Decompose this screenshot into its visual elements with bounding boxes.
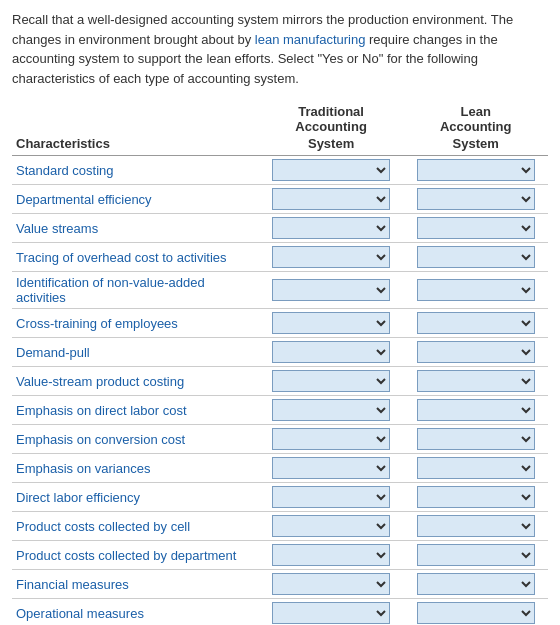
- lean-dropdown-cell-12: YesNo: [403, 512, 548, 541]
- lean-header: Lean Accounting: [403, 102, 548, 136]
- row-label-7: Value-stream product costing: [12, 367, 259, 396]
- lean-dropdown-cell-4: YesNo: [403, 272, 548, 309]
- table-body: Standard costingYesNoYesNoDepartmental e…: [12, 156, 548, 626]
- lean-system-label: System: [403, 136, 548, 156]
- traditional-dropdown-cell-4: YesNo: [259, 272, 404, 309]
- traditional-dropdown-12[interactable]: YesNo: [272, 515, 390, 537]
- lean-label-line2: Accounting: [440, 119, 512, 134]
- characteristics-table: Traditional Accounting Lean Accounting C…: [12, 102, 548, 625]
- traditional-dropdown-8[interactable]: YesNo: [272, 399, 390, 421]
- traditional-dropdown-cell-9: YesNo: [259, 425, 404, 454]
- traditional-dropdown-4[interactable]: YesNo: [272, 279, 390, 301]
- lean-label-line1: Lean: [461, 104, 491, 119]
- traditional-dropdown-10[interactable]: YesNo: [272, 457, 390, 479]
- traditional-dropdown-cell-8: YesNo: [259, 396, 404, 425]
- table-row: Value-stream product costingYesNoYesNo: [12, 367, 548, 396]
- traditional-system-label: System: [259, 136, 404, 156]
- row-label-15: Operational measures: [12, 599, 259, 626]
- table-row: Emphasis on conversion costYesNoYesNo: [12, 425, 548, 454]
- lean-dropdown-cell-10: YesNo: [403, 454, 548, 483]
- table-row: Cross-training of employeesYesNoYesNo: [12, 309, 548, 338]
- traditional-dropdown-3[interactable]: YesNo: [272, 246, 390, 268]
- traditional-dropdown-cell-3: YesNo: [259, 243, 404, 272]
- traditional-dropdown-15[interactable]: YesNo: [272, 602, 390, 624]
- traditional-dropdown-14[interactable]: YesNo: [272, 573, 390, 595]
- lean-dropdown-cell-2: YesNo: [403, 214, 548, 243]
- lean-dropdown-cell-7: YesNo: [403, 367, 548, 396]
- lean-dropdown-5[interactable]: YesNo: [417, 312, 535, 334]
- lean-dropdown-cell-5: YesNo: [403, 309, 548, 338]
- traditional-dropdown-cell-5: YesNo: [259, 309, 404, 338]
- traditional-header: Traditional Accounting: [259, 102, 404, 136]
- traditional-label-line2: Accounting: [295, 119, 367, 134]
- lean-dropdown-1[interactable]: YesNo: [417, 188, 535, 210]
- lean-dropdown-cell-13: YesNo: [403, 541, 548, 570]
- row-label-10: Emphasis on variances: [12, 454, 259, 483]
- row-label-14: Financial measures: [12, 570, 259, 599]
- lean-dropdown-10[interactable]: YesNo: [417, 457, 535, 479]
- char-header-empty: [12, 102, 259, 136]
- table-row: Emphasis on direct labor costYesNoYesNo: [12, 396, 548, 425]
- traditional-dropdown-5[interactable]: YesNo: [272, 312, 390, 334]
- lean-dropdown-cell-8: YesNo: [403, 396, 548, 425]
- char-subheader: Characteristics: [12, 136, 259, 156]
- header-row-1: Traditional Accounting Lean Accounting: [12, 102, 548, 136]
- lean-dropdown-13[interactable]: YesNo: [417, 544, 535, 566]
- lean-dropdown-14[interactable]: YesNo: [417, 573, 535, 595]
- main-table-container: Traditional Accounting Lean Accounting C…: [12, 102, 548, 625]
- lean-dropdown-9[interactable]: YesNo: [417, 428, 535, 450]
- lean-dropdown-cell-11: YesNo: [403, 483, 548, 512]
- header-row-2: Characteristics System System: [12, 136, 548, 156]
- row-label-2: Value streams: [12, 214, 259, 243]
- lean-dropdown-15[interactable]: YesNo: [417, 602, 535, 624]
- row-label-8: Emphasis on direct labor cost: [12, 396, 259, 425]
- row-label-13: Product costs collected by department: [12, 541, 259, 570]
- traditional-dropdown-cell-11: YesNo: [259, 483, 404, 512]
- traditional-dropdown-cell-2: YesNo: [259, 214, 404, 243]
- table-row: Product costs collected by departmentYes…: [12, 541, 548, 570]
- row-label-9: Emphasis on conversion cost: [12, 425, 259, 454]
- intro-paragraph: Recall that a well-designed accounting s…: [12, 10, 548, 88]
- traditional-dropdown-0[interactable]: YesNo: [272, 159, 390, 181]
- traditional-dropdown-7[interactable]: YesNo: [272, 370, 390, 392]
- row-label-4: Identification of non-value-addedactivit…: [12, 272, 259, 309]
- lean-dropdown-cell-14: YesNo: [403, 570, 548, 599]
- lean-dropdown-2[interactable]: YesNo: [417, 217, 535, 239]
- table-row: Tracing of overhead cost to activitiesYe…: [12, 243, 548, 272]
- table-row: Emphasis on variancesYesNoYesNo: [12, 454, 548, 483]
- traditional-dropdown-cell-1: YesNo: [259, 185, 404, 214]
- traditional-dropdown-cell-13: YesNo: [259, 541, 404, 570]
- lean-dropdown-cell-6: YesNo: [403, 338, 548, 367]
- traditional-dropdown-1[interactable]: YesNo: [272, 188, 390, 210]
- lean-dropdown-cell-15: YesNo: [403, 599, 548, 626]
- traditional-dropdown-cell-12: YesNo: [259, 512, 404, 541]
- traditional-dropdown-13[interactable]: YesNo: [272, 544, 390, 566]
- table-row: Demand-pullYesNoYesNo: [12, 338, 548, 367]
- traditional-dropdown-cell-7: YesNo: [259, 367, 404, 396]
- lean-dropdown-11[interactable]: YesNo: [417, 486, 535, 508]
- traditional-dropdown-9[interactable]: YesNo: [272, 428, 390, 450]
- lean-dropdown-3[interactable]: YesNo: [417, 246, 535, 268]
- table-row: Standard costingYesNoYesNo: [12, 156, 548, 185]
- traditional-dropdown-cell-14: YesNo: [259, 570, 404, 599]
- table-row: Product costs collected by cellYesNoYesN…: [12, 512, 548, 541]
- table-row: Direct labor efficiencyYesNoYesNo: [12, 483, 548, 512]
- row-label-5: Cross-training of employees: [12, 309, 259, 338]
- traditional-dropdown-cell-10: YesNo: [259, 454, 404, 483]
- traditional-dropdown-11[interactable]: YesNo: [272, 486, 390, 508]
- row-label-6: Demand-pull: [12, 338, 259, 367]
- lean-dropdown-cell-0: YesNo: [403, 156, 548, 185]
- traditional-dropdown-2[interactable]: YesNo: [272, 217, 390, 239]
- lean-dropdown-cell-1: YesNo: [403, 185, 548, 214]
- lean-dropdown-cell-3: YesNo: [403, 243, 548, 272]
- row-label-11: Direct labor efficiency: [12, 483, 259, 512]
- row-label-0: Standard costing: [12, 156, 259, 185]
- lean-dropdown-6[interactable]: YesNo: [417, 341, 535, 363]
- lean-dropdown-4[interactable]: YesNo: [417, 279, 535, 301]
- lean-dropdown-0[interactable]: YesNo: [417, 159, 535, 181]
- lean-dropdown-8[interactable]: YesNo: [417, 399, 535, 421]
- lean-dropdown-7[interactable]: YesNo: [417, 370, 535, 392]
- lean-dropdown-12[interactable]: YesNo: [417, 515, 535, 537]
- row-label-12: Product costs collected by cell: [12, 512, 259, 541]
- traditional-dropdown-6[interactable]: YesNo: [272, 341, 390, 363]
